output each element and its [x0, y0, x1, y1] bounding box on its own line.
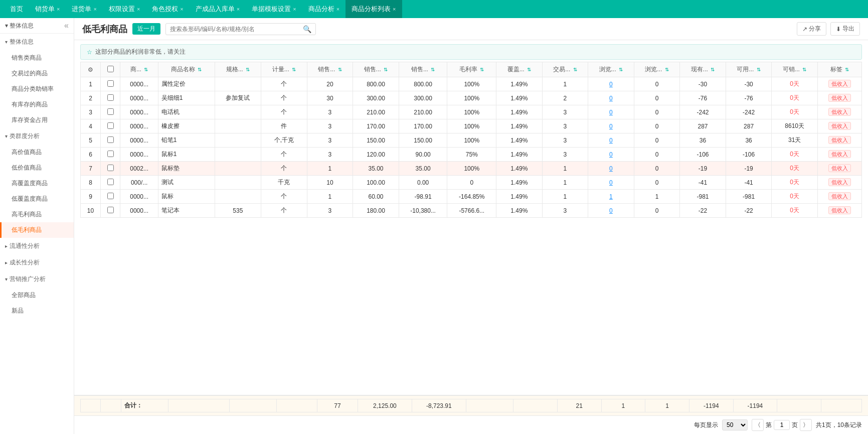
nav-permission-settings[interactable]: 权限设置×	[103, 0, 146, 18]
row-checkbox[interactable]	[100, 148, 120, 162]
row-select-checkbox[interactable]	[107, 179, 114, 185]
col-available-stock[interactable]: 可用... ⇅	[726, 62, 772, 77]
col-sales-amount[interactable]: 销售... ⇅	[353, 62, 399, 77]
page-input[interactable]	[774, 420, 790, 430]
row-select-checkbox[interactable]	[107, 80, 114, 87]
col-name[interactable]: 商品名称 ⇅	[158, 62, 215, 77]
next-page-button[interactable]: 〉	[800, 419, 812, 431]
sidebar-item-low-coverage[interactable]: 低覆盖度商品	[0, 191, 74, 207]
sidebar-item-high-value[interactable]: 高价值商品	[0, 144, 74, 160]
row-browse1[interactable]: 1	[588, 190, 634, 204]
close-icon[interactable]: ×	[57, 6, 60, 12]
close-icon[interactable]: ×	[137, 6, 140, 12]
col-sales-qty[interactable]: 销售... ⇅	[307, 62, 353, 77]
nav-template-settings[interactable]: 单据模板设置×	[246, 0, 302, 18]
nav-sales-order[interactable]: 销货单×	[29, 0, 66, 18]
row-browse1[interactable]: 0	[588, 91, 634, 105]
sidebar-item-sales-products[interactable]: 销售类商品	[0, 50, 74, 66]
sidebar-group-overall[interactable]: ▾ 整体信息	[0, 34, 74, 50]
col-browse2[interactable]: 浏览... ⇅	[634, 62, 680, 77]
row-browse1[interactable]: 0	[588, 148, 634, 162]
sidebar-item-high-coverage[interactable]: 高覆盖度商品	[0, 176, 74, 191]
data-table-container: ⚙ 商... ⇅ 商品名称 ⇅ 规格... ⇅ 计量... ⇅ 销售... ⇅ …	[80, 62, 862, 395]
col-browse1[interactable]: 浏览... ⇅	[588, 62, 634, 77]
col-settings[interactable]: ⚙	[81, 62, 101, 77]
row-browse1[interactable]: 0	[588, 77, 634, 91]
sidebar-group-liquidity[interactable]: ▸ 流通性分析	[0, 238, 74, 254]
close-icon[interactable]: ×	[336, 6, 339, 12]
row-checkbox[interactable]	[100, 105, 120, 119]
row-checkbox[interactable]	[100, 77, 120, 91]
search-input[interactable]	[170, 26, 303, 33]
col-tag[interactable]: 标签 ⇅	[817, 62, 861, 77]
nav-product-analysis-list[interactable]: 商品分析列表×	[345, 0, 402, 18]
col-checkbox-all[interactable]	[100, 62, 120, 77]
row-select-checkbox[interactable]	[107, 193, 114, 199]
row-sellable: 8610天	[772, 119, 818, 133]
row-browse1[interactable]: 0	[588, 162, 634, 176]
sidebar-group-growth[interactable]: ▸ 成长性分析	[0, 254, 74, 271]
nav-purchase-order[interactable]: 进货单×	[66, 0, 102, 18]
row-available: -106	[726, 148, 772, 162]
share-button[interactable]: ↗ 分享	[797, 22, 826, 36]
sidebar-item-category-sales-rate[interactable]: 商品分类助销率	[0, 81, 74, 97]
row-browse1[interactable]: 0	[588, 133, 634, 148]
row-select-checkbox[interactable]	[107, 122, 114, 129]
sidebar-item-stock-fund[interactable]: 库存资金占用	[0, 112, 74, 128]
sidebar-item-low-value[interactable]: 低价值商品	[0, 160, 74, 176]
nav-role-auth[interactable]: 角色授权×	[146, 0, 189, 18]
nav-product-analysis[interactable]: 商品分析×	[302, 0, 345, 18]
row-browse1[interactable]: 0	[588, 119, 634, 133]
close-icon[interactable]: ×	[237, 6, 240, 12]
prev-page-button[interactable]: 〈	[752, 419, 764, 431]
row-select-checkbox[interactable]	[107, 136, 114, 143]
row-checkbox[interactable]	[100, 133, 120, 148]
sidebar-group-cluster[interactable]: ▾ 类群度分析	[0, 128, 74, 144]
search-icon[interactable]: 🔍	[303, 25, 311, 33]
col-trade[interactable]: 交易... ⇅	[542, 62, 588, 77]
sidebar-collapse-button[interactable]: «	[62, 21, 71, 30]
row-trade: 1	[542, 190, 588, 204]
col-sales-profit[interactable]: 销售... ⇅	[399, 62, 447, 77]
close-icon[interactable]: ×	[93, 6, 96, 12]
export-button[interactable]: ⬇ 导出	[830, 22, 860, 36]
col-spec[interactable]: 规格... ⇅	[215, 62, 261, 77]
filter-recent-month-button[interactable]: 近一月	[132, 23, 160, 35]
row-browse1[interactable]: 0	[588, 204, 634, 218]
row-select-checkbox[interactable]	[107, 151, 114, 157]
sidebar-item-all-products[interactable]: 全部商品	[0, 287, 74, 303]
row-checkbox[interactable]	[100, 176, 120, 190]
row-browse1[interactable]: 0	[588, 176, 634, 190]
col-code[interactable]: 商... ⇅	[120, 62, 158, 77]
row-select-checkbox[interactable]	[107, 165, 114, 171]
nav-home[interactable]: 首页	[4, 0, 29, 18]
col-unit[interactable]: 计量... ⇅	[261, 62, 307, 77]
close-icon[interactable]: ×	[180, 6, 183, 12]
row-select-checkbox[interactable]	[107, 94, 114, 101]
per-page-select[interactable]: 50 10 20 100	[722, 419, 748, 430]
row-checkbox[interactable]	[100, 204, 120, 218]
sidebar-item-stocked-products[interactable]: 有库存的商品	[0, 97, 74, 112]
col-sellable-days[interactable]: 可销... ⇅	[772, 62, 818, 77]
sidebar-group-marketing[interactable]: ▾ 营销推广分析	[0, 271, 74, 287]
sidebar-item-traded-products[interactable]: 交易过的商品	[0, 66, 74, 81]
select-all-checkbox[interactable]	[107, 66, 114, 72]
row-checkbox[interactable]	[100, 190, 120, 204]
col-coverage[interactable]: 覆盖... ⇅	[496, 62, 543, 77]
nav-product-warehouse[interactable]: 产成品入库单×	[190, 0, 246, 18]
row-checkbox[interactable]	[100, 119, 120, 133]
row-name: 电话机	[158, 105, 215, 119]
close-icon[interactable]: ×	[293, 6, 296, 12]
sidebar-item-new-products[interactable]: 新品	[0, 303, 74, 319]
row-checkbox[interactable]	[100, 162, 120, 176]
sidebar-item-high-margin[interactable]: 高毛利商品	[0, 207, 74, 222]
row-browse1[interactable]: 0	[588, 105, 634, 119]
row-trade: 3	[542, 204, 588, 218]
row-select-checkbox[interactable]	[107, 108, 114, 115]
col-margin[interactable]: 毛利率 ⇅	[447, 62, 496, 77]
row-select-checkbox[interactable]	[107, 207, 114, 213]
col-current-stock[interactable]: 现有... ⇅	[680, 62, 726, 77]
sidebar-item-low-margin[interactable]: 低毛利商品	[0, 222, 74, 238]
row-checkbox[interactable]	[100, 91, 120, 105]
close-icon[interactable]: ×	[393, 6, 396, 12]
